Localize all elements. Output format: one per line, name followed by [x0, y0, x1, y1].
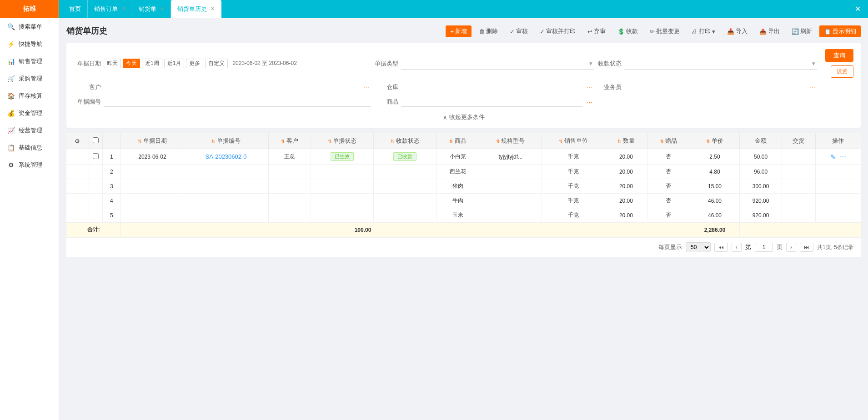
salesperson-ellipsis-icon[interactable]: ···: [808, 84, 817, 91]
row1-settings: [66, 149, 89, 165]
goods-input[interactable]: [401, 97, 582, 107]
row1-customer: 王总: [268, 149, 311, 165]
row1-doc-no-link[interactable]: SA-20230602-0: [206, 153, 247, 160]
close-sales-history-icon[interactable]: ✕: [211, 6, 215, 12]
warehouse-ellipsis-icon[interactable]: ···: [585, 84, 594, 91]
date-btn-today[interactable]: 今天: [123, 59, 140, 68]
col-doc-date[interactable]: ⇅ 单据日期: [121, 133, 184, 149]
sidebar-item-system-mgmt[interactable]: ⚙ 系统管理: [0, 156, 59, 174]
query-button[interactable]: 查询: [825, 49, 853, 62]
sidebar-item-operations-mgmt[interactable]: 📈 经营管理: [0, 122, 59, 139]
row1-index: 1: [102, 149, 121, 165]
warehouse-input[interactable]: [401, 82, 582, 92]
abandon-button[interactable]: ↩ 弃审: [583, 25, 610, 37]
col-transaction[interactable]: 交货: [782, 133, 815, 149]
print-button[interactable]: 🖨 打印 ▾: [687, 25, 720, 37]
close-sales-orders-icon[interactable]: ✕: [121, 6, 125, 12]
page-last-btn[interactable]: ⏭: [800, 243, 813, 252]
page-prev-btn[interactable]: ‹: [732, 243, 742, 252]
sidebar-item-search-menu[interactable]: 🔍 搜索菜单: [0, 18, 59, 35]
page-size-label: 每页显示: [658, 243, 682, 251]
customer-ellipsis-icon[interactable]: ···: [362, 84, 371, 91]
row1-more-icon[interactable]: ⋯: [838, 153, 848, 160]
doc-no-input[interactable]: [104, 97, 371, 107]
sidebar-item-finance-mgmt[interactable]: 💰 资金管理: [0, 105, 59, 122]
tab-home[interactable]: 首页: [63, 0, 88, 18]
collect-status-input[interactable]: [626, 59, 813, 68]
goods-ellipsis-icon[interactable]: ···: [585, 98, 594, 105]
col-unit[interactable]: ⇅ 销售单位: [542, 133, 605, 149]
filter-doc-no: 单据编号: [74, 97, 371, 107]
col-customer[interactable]: ⇅ 客户: [268, 133, 311, 149]
col-doc-status[interactable]: ⇅ 单据状态: [311, 133, 374, 149]
sort-unit-icon: ⇅: [559, 139, 562, 144]
customer-input[interactable]: [104, 82, 359, 92]
col-settings[interactable]: ⚙: [66, 133, 89, 149]
sidebar-item-inventory-label: 库存核算: [19, 92, 42, 100]
salesperson-input[interactable]: [624, 82, 806, 92]
date-btn-custom[interactable]: 自定义: [205, 59, 228, 68]
page-first-btn[interactable]: ⏮: [714, 243, 728, 252]
collect-button[interactable]: 💲 收款: [613, 25, 642, 37]
date-btn-yesterday[interactable]: 昨天: [104, 59, 121, 68]
close-all-tabs-icon[interactable]: ✕: [851, 5, 864, 13]
search-menu-icon: 🔍: [7, 23, 15, 31]
row5-unit: 千克: [542, 208, 605, 223]
date-label: 单据日期: [74, 60, 101, 68]
sidebar-item-sales-mgmt[interactable]: 📊 销售管理: [0, 53, 59, 70]
col-spec[interactable]: ⇅ 规格型号: [479, 133, 542, 149]
import-button[interactable]: 📥 导入: [722, 25, 752, 37]
date-btn-more[interactable]: 更多: [186, 59, 203, 68]
sidebar-item-quick-nav[interactable]: ⚡ 快捷导航: [0, 35, 59, 53]
sidebar-item-basic-info-label: 基础信息: [19, 144, 42, 152]
tab-sales-orders[interactable]: 销售订单 ✕: [88, 0, 132, 18]
doc-type-dropdown-icon[interactable]: ▾: [589, 60, 592, 67]
collapse-btn[interactable]: ∧ 收起更多条件: [74, 111, 853, 124]
filter-row-3: 单据编号 商品 ···: [74, 97, 853, 107]
basic-info-icon: 📋: [7, 144, 15, 152]
page-size-select[interactable]: 50 100 200: [686, 242, 711, 252]
col-gift[interactable]: ⇅ 赠品: [647, 133, 690, 149]
page-number-input[interactable]: [755, 243, 773, 252]
close-sales-goods-icon[interactable]: ✕: [160, 6, 164, 12]
collect-status-dropdown-icon[interactable]: ▾: [812, 60, 815, 67]
sidebar-item-basic-info[interactable]: 📋 基础信息: [0, 139, 59, 156]
doc-type-input[interactable]: [403, 59, 589, 68]
col-doc-no[interactable]: ⇅ 单据编号: [184, 133, 268, 149]
tab-sales-goods[interactable]: 销货单 ✕: [132, 0, 171, 18]
doc-type-label: 单据类型: [371, 60, 398, 68]
audit-print-button[interactable]: ✓ 审核并打印: [535, 25, 580, 37]
col-unit-price[interactable]: ⇅ 单价: [690, 133, 740, 149]
row1-edit-icon[interactable]: ✎: [829, 153, 837, 160]
refresh-button[interactable]: 🔄 刷新: [787, 25, 817, 37]
date-btn-month[interactable]: 近1月: [164, 59, 185, 68]
date-btn-week[interactable]: 近1周: [142, 59, 162, 68]
col-quantity[interactable]: ⇅ 数量: [605, 133, 647, 149]
row3-goods: 猪肉: [437, 179, 479, 194]
purchase-mgmt-icon: 🛒: [7, 75, 15, 83]
finance-mgmt-icon: 💰: [7, 109, 15, 117]
sidebar-item-purchase-mgmt[interactable]: 🛒 采购管理: [0, 70, 59, 87]
print-dropdown-icon: ▾: [712, 28, 715, 35]
sort-goods-icon: ⇅: [449, 139, 453, 144]
export-button[interactable]: 📤 导出: [755, 25, 784, 37]
tab-sales-history[interactable]: 销货单历史 ✕: [171, 0, 221, 18]
add-icon: +: [450, 28, 454, 35]
collapse-up-icon: ∧: [443, 114, 447, 121]
col-goods[interactable]: ⇅ 商品: [437, 133, 479, 149]
audit-button[interactable]: ✓ 审核: [505, 25, 532, 37]
sidebar-item-inventory[interactable]: 🏠 库存核算: [0, 87, 59, 105]
sort-doc-status-icon: ⇅: [328, 139, 331, 144]
row1-checkbox-input[interactable]: [93, 153, 99, 159]
setting-button[interactable]: 设置: [831, 65, 853, 78]
page-next-btn[interactable]: ›: [786, 243, 796, 252]
col-amount[interactable]: 金额: [740, 133, 782, 149]
row2-unit: 千克: [542, 165, 605, 179]
add-button[interactable]: + 新增: [446, 25, 472, 37]
page-label-after: 页: [777, 243, 783, 251]
show-detail-button[interactable]: 📋 显示明细: [819, 25, 861, 37]
col-collect-status[interactable]: ⇅ 收款状态: [374, 133, 437, 149]
delete-button[interactable]: 🗑 删除: [474, 25, 502, 37]
select-all-checkbox[interactable]: [93, 137, 99, 143]
batch-change-button[interactable]: ✏ 批量变更: [645, 25, 684, 37]
